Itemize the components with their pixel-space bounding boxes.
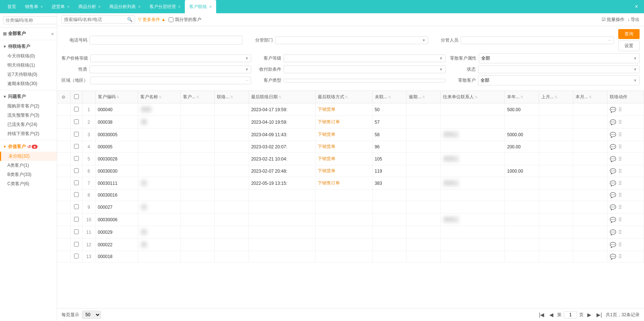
refresh-icon[interactable]: ↺: [27, 144, 31, 149]
chat-icon-11[interactable]: 💬: [610, 242, 616, 248]
nav-home[interactable]: 首页: [3, 0, 21, 13]
sidebar-item-abnormal[interactable]: 囤购异常客户(2): [0, 102, 57, 111]
cell-last-method[interactable]: [315, 239, 372, 251]
row-checkbox-6[interactable]: [74, 180, 79, 185]
cell-last-method[interactable]: [315, 201, 372, 214]
more-icon-8[interactable]: ⠿: [618, 204, 622, 210]
row-checkbox-2[interactable]: [74, 132, 79, 137]
toolbar-search-input[interactable]: [64, 17, 127, 22]
chat-icon-6[interactable]: 💬: [610, 180, 616, 186]
cell-last-method[interactable]: 下销货单: [315, 153, 372, 165]
cell-checkbox[interactable]: [70, 141, 82, 153]
cell-last-method[interactable]: 下销货单: [315, 165, 372, 177]
sidebar-item-class-b[interactable]: B类客户(33): [0, 170, 57, 179]
cell-checkbox[interactable]: [70, 177, 82, 190]
last-page-btn[interactable]: ▶|: [595, 312, 603, 318]
cell-checkbox[interactable]: [70, 116, 82, 128]
retail-attr-select[interactable]: 全部 ▼: [479, 53, 640, 63]
cell-last-method[interactable]: [315, 214, 372, 226]
th-this-month[interactable]: 本月...⇅: [573, 91, 607, 103]
row-checkbox-11[interactable]: [74, 242, 79, 247]
sidebar-item-class-c[interactable]: C类客户(6): [0, 179, 57, 188]
cell-checkbox[interactable]: [70, 128, 82, 141]
th-last-date[interactable]: 最后联络日期⇅: [249, 91, 316, 103]
sidebar-item-overdue[interactable]: 逾期未联络(30): [0, 79, 57, 88]
th-contact[interactable]: 联络...⇅: [215, 91, 249, 103]
last-method-link[interactable]: 下销货单: [318, 132, 335, 137]
cell-last-method[interactable]: [315, 226, 372, 239]
cell-last-method[interactable]: 下销售订单: [315, 116, 372, 128]
export-btn[interactable]: ↓ 导出: [627, 17, 640, 23]
more-icon-10[interactable]: ⠿: [618, 229, 622, 235]
chat-icon-1[interactable]: 💬: [610, 119, 616, 125]
chat-icon-2[interactable]: 💬: [610, 132, 616, 138]
chat-icon-9[interactable]: 💬: [610, 217, 616, 223]
sidebar-section-value[interactable]: ▼ 价值客户 ↺ ●: [0, 142, 57, 152]
th-unit-contact[interactable]: 往来单位联系人⇅: [441, 91, 505, 103]
sidebar-section-problem[interactable]: ▼ 问题客户: [0, 92, 57, 102]
dept-select[interactable]: ▼: [275, 36, 428, 44]
cell-last-method[interactable]: 下销货单: [315, 141, 372, 153]
more-icon-3[interactable]: ⠿: [618, 144, 622, 150]
prev-page-btn[interactable]: ◀: [548, 312, 555, 318]
th-settings[interactable]: ⚙: [57, 91, 70, 103]
more-icon-4[interactable]: ⠿: [618, 156, 622, 162]
th-overdue[interactable]: 逾期...⇅: [407, 91, 441, 103]
row-checkbox-8[interactable]: [74, 204, 79, 209]
chat-icon-7[interactable]: 💬: [610, 192, 616, 198]
more-icon-6[interactable]: ⠿: [618, 180, 622, 186]
last-method-link[interactable]: 下销售订单: [318, 119, 340, 124]
my-customers-checkbox-label[interactable]: 我分管的客户: [169, 17, 201, 23]
toolbar-search-icon[interactable]: 🔍: [127, 17, 133, 22]
customer-type-select[interactable]: [284, 79, 445, 82]
nav-sales[interactable]: 销售单 ×: [21, 0, 47, 13]
th-last-month[interactable]: 上月...⇅: [539, 91, 573, 103]
gender-select[interactable]: ▼: [89, 66, 251, 73]
th-name[interactable]: 客户名称⇅: [138, 91, 181, 103]
sidebar-all-customers[interactable]: ⊞ 全部客户 «: [0, 28, 57, 38]
more-icon-12[interactable]: ⠿: [618, 254, 622, 260]
retail-customer-select[interactable]: 全部 ▼: [478, 75, 640, 85]
row-checkbox-5[interactable]: [74, 168, 79, 173]
nav-product-list[interactable]: 商品分析列表 ×: [105, 0, 145, 13]
th-type[interactable]: 客户...⇅: [180, 91, 215, 103]
th-this-year[interactable]: 本年...⇅: [505, 91, 539, 103]
cell-checkbox[interactable]: [70, 153, 82, 165]
nav-customer-segment[interactable]: 客户分层经营 ×: [145, 0, 185, 13]
query-btn[interactable]: 查询: [618, 29, 640, 39]
my-customers-checkbox[interactable]: [169, 17, 173, 22]
row-checkbox-0[interactable]: [74, 107, 79, 112]
cell-last-method[interactable]: 下销货单: [315, 128, 372, 141]
cell-checkbox[interactable]: [70, 226, 82, 239]
reset-btn[interactable]: 设置: [618, 40, 640, 51]
nav-product-analysis-close[interactable]: ×: [98, 4, 101, 9]
customer-level-select[interactable]: ▼: [284, 54, 445, 62]
nav-purchase[interactable]: 进货单 ×: [47, 0, 74, 13]
select-all-checkbox[interactable]: [74, 94, 79, 99]
close-all-btn[interactable]: ×: [632, 3, 641, 10]
settings-icon[interactable]: ⚙: [61, 95, 66, 100]
row-checkbox-10[interactable]: [74, 229, 79, 234]
chat-icon-12[interactable]: 💬: [610, 254, 616, 260]
sidebar-item-churn-warning[interactable]: 流失预警客户(3): [0, 111, 57, 120]
more-icon-9[interactable]: ⠿: [618, 217, 622, 223]
row-checkbox-3[interactable]: [74, 144, 79, 149]
chat-icon-5[interactable]: 💬: [610, 168, 616, 174]
status-select[interactable]: ▼: [478, 66, 640, 73]
cell-last-method[interactable]: [315, 251, 372, 262]
last-method-link[interactable]: 下销货单: [318, 156, 335, 161]
person-select[interactable]: ···: [461, 36, 614, 44]
last-method-link[interactable]: 下销货单: [318, 168, 335, 173]
cell-checkbox[interactable]: [70, 103, 82, 116]
th-last-method[interactable]: 最后联络方式⇅: [315, 91, 372, 103]
sidebar-item-ungroup[interactable]: 未分组(32): [0, 152, 57, 161]
next-page-btn[interactable]: ▶: [586, 312, 593, 318]
per-page-select[interactable]: 50 100: [82, 311, 101, 319]
sidebar-item-today[interactable]: 今天待联络(0): [0, 52, 57, 61]
page-input[interactable]: [564, 311, 577, 318]
chat-icon-10[interactable]: 💬: [610, 229, 616, 235]
person-more[interactable]: ···: [608, 38, 611, 42]
nav-product-analysis[interactable]: 商品分析 ×: [74, 0, 105, 13]
last-method-link[interactable]: 下销货单: [318, 107, 335, 112]
cell-last-method[interactable]: [315, 190, 372, 201]
